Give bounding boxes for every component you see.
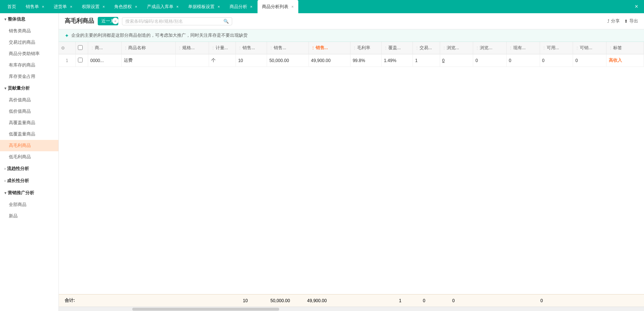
search-icon[interactable]: 🔍 [223, 19, 229, 24]
page-title: 高毛利商品 [65, 17, 94, 25]
nav-item-permission[interactable]: 权限设置 × [78, 0, 109, 13]
footer-label: 合计: [65, 297, 87, 304]
nav-close-analysis-list[interactable]: × [291, 4, 294, 9]
sidebar-item-high-margin[interactable]: 高毛利商品 [0, 140, 58, 151]
nav-label-template: 单据模板设置 [188, 4, 215, 10]
col-header-settings[interactable]: ⚙ [59, 42, 75, 54]
cell-tag: 高收入 [606, 54, 644, 67]
arrow-growth: › [4, 179, 6, 183]
col-header-tag[interactable]: ⋮标签 [606, 42, 644, 54]
sidebar-group-contribution[interactable]: ▾ 贡献量分析 [0, 82, 58, 94]
share-button[interactable]: ⤴ 分享 [607, 18, 620, 24]
col-header-gross-rate[interactable]: ⋮毛利率 [350, 42, 381, 54]
col-header-coverage[interactable]: ⋮覆盖... [381, 42, 413, 54]
nav-close-role[interactable]: × [135, 4, 137, 9]
nav-close-template[interactable]: × [217, 4, 220, 9]
top-nav: 首页 销售单 × 进货单 × 权限设置 × 角色授权 × 产成品入库单 × 单据… [0, 0, 644, 13]
sidebar-item-high-coverage[interactable]: 高覆盖量商品 [0, 117, 58, 129]
cell-trade: 1 [413, 54, 440, 67]
nav-close-storage[interactable]: × [176, 4, 179, 9]
settings-icon[interactable]: ⚙ [61, 46, 65, 51]
table-row: 1 0000... 运费 个 10 50,000.00 49,900.00 99… [59, 54, 644, 67]
col-header-unit[interactable]: ⋮计量... [209, 42, 236, 54]
nav-close-sales[interactable]: × [42, 4, 44, 9]
col-header-name[interactable]: ⋮商品名称 [121, 42, 175, 54]
col-header-code[interactable]: ⋮商... [88, 42, 121, 54]
sidebar-group-growth[interactable]: › 成长性分析 [0, 175, 58, 187]
sidebar-collapse-button[interactable]: « [112, 18, 119, 24]
sidebar-item-category-rate[interactable]: 商品分类助销率 [0, 48, 58, 59]
nav-item-sales[interactable]: 销售单 × [21, 0, 48, 13]
sidebar-group-overall[interactable]: ▾ 整体信息 [0, 13, 58, 25]
sidebar-item-new-goods[interactable]: 新品 [0, 210, 58, 222]
bottom-scrollbar[interactable] [59, 307, 644, 311]
cell-browse1[interactable]: 0 [440, 54, 473, 67]
sidebar-item-high-value[interactable]: 高价值商品 [0, 94, 58, 106]
nav-label-purchase: 进货单 [54, 4, 67, 10]
nav-item-purchase[interactable]: 进货单 × [49, 0, 76, 13]
footer-sales-amt: 50,000.00 [270, 298, 307, 303]
cell-coverage: 1.49% [381, 54, 413, 67]
cell-check[interactable] [75, 54, 88, 67]
sidebar-group-marketing-label: 营销推广分析 [8, 190, 34, 196]
nav-item-analysis-list[interactable]: 商品分析列表 × [258, 0, 298, 13]
col-header-current[interactable]: ⋮现有... [506, 42, 540, 54]
arrow-contribution: ▾ [4, 86, 6, 90]
nav-item-analysis[interactable]: 商品分析 × [225, 0, 257, 13]
footer-browse2: 0 [452, 298, 482, 303]
cell-available: 0 [540, 54, 573, 67]
cell-sales-profit: 49,900.00 [309, 54, 350, 67]
col-header-browse2[interactable]: ⋮浏览... [473, 42, 507, 54]
sidebar-item-low-coverage[interactable]: 低覆盖量商品 [0, 129, 58, 140]
sidebar-item-low-margin[interactable]: 低毛利商品 [0, 151, 58, 163]
col-header-sales-amt[interactable]: ⋮销售... [267, 42, 309, 54]
nav-close-analysis[interactable]: × [250, 4, 252, 9]
row-checkbox[interactable] [78, 58, 83, 62]
cell-spec [175, 54, 209, 67]
sidebar-item-in-stock[interactable]: 有库存的商品 [0, 59, 58, 71]
nav-label-analysis: 商品分析 [230, 4, 247, 10]
nav-item-home[interactable]: 首页 [3, 0, 21, 13]
scrollbar-thumb [132, 308, 279, 311]
col-header-trade[interactable]: ⋮交易... [413, 42, 440, 54]
sidebar-group-contribution-label: 贡献量分析 [8, 85, 30, 91]
search-input[interactable] [125, 19, 223, 24]
col-header-sales-profit[interactable]: ⋮销售... [309, 42, 350, 54]
sidebar-group-trend[interactable]: › 流趋性分析 [0, 163, 58, 175]
cell-unit: 个 [209, 54, 236, 67]
col-header-spec[interactable]: ⋮规格... [175, 42, 209, 54]
header-actions: ⤴ 分享 ⬆ 导出 [607, 18, 638, 24]
col-header-sales-qty[interactable]: ⋮销售... [236, 42, 267, 54]
sidebar-group-marketing[interactable]: ▾ 营销推广分析 [0, 187, 58, 199]
col-header-available[interactable]: ⋮可用... [540, 42, 573, 54]
sidebar-group-overall-label: 整体信息 [8, 16, 25, 22]
sidebar-item-all-goods[interactable]: 全部商品 [0, 199, 58, 210]
cell-saleable: 0 [573, 54, 607, 67]
sidebar-item-traded-goods[interactable]: 交易过的商品 [0, 37, 58, 48]
content-header: 高毛利商品 近一月 🔍 ⤴ 分享 ⬆ 导出 [59, 13, 644, 29]
sidebar-item-sales-goods[interactable]: 销售类商品 [0, 25, 58, 37]
sidebar: ▾ 整体信息 销售类商品 交易过的商品 商品分类助销率 有库存的商品 库存资金占… [0, 13, 59, 311]
export-button[interactable]: ⬆ 导出 [624, 18, 638, 24]
window-close-button[interactable]: × [632, 3, 641, 10]
sidebar-item-low-value[interactable]: 低价值商品 [0, 106, 58, 117]
arrow-marketing: ▾ [4, 191, 6, 195]
info-icon: ✦ [65, 33, 69, 39]
col-header-saleable[interactable]: ⋮可销... [573, 42, 607, 54]
col-header-browse1[interactable]: ⋮浏览... [440, 42, 473, 54]
nav-label-role: 角色授权 [114, 4, 132, 10]
nav-item-storage[interactable]: 产成品入库单 × [143, 0, 183, 13]
nav-item-role[interactable]: 角色授权 × [110, 0, 141, 13]
nav-label-permission: 权限设置 [82, 4, 100, 10]
footer-total-bar: 合计: 10 50,000.00 49,900.00 1 0 0 0 [59, 294, 644, 307]
share-label: 分享 [611, 18, 620, 24]
cell-num: 1 [59, 54, 75, 67]
col-header-check[interactable] [75, 42, 88, 54]
select-all-checkbox[interactable] [78, 45, 83, 50]
sidebar-item-stock-capital[interactable]: 库存资金占用 [0, 71, 58, 82]
data-table: ⚙ ⋮商... ⋮商品名称 ⋮规格... [59, 42, 644, 67]
nav-item-template[interactable]: 单据模板设置 × [184, 0, 224, 13]
nav-close-permission[interactable]: × [102, 4, 105, 9]
nav-close-purchase[interactable]: × [70, 4, 72, 9]
cell-current: 0 [506, 54, 540, 67]
